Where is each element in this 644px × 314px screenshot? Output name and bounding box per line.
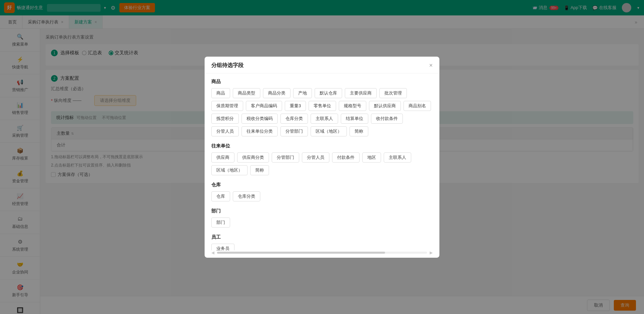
field-group-employee: 员工 业务员 — [211, 234, 433, 250]
modal: 分组待选字段 × 商品 商品商品类型商品分类产地默认仓库主要供应商批次管理保质期… — [205, 57, 439, 258]
field-tag[interactable]: 仓库 — [211, 191, 230, 201]
field-tag[interactable]: 税收分类编码 — [241, 114, 278, 124]
field-tag[interactable]: 零售单位 — [309, 101, 336, 111]
field-tag[interactable]: 主联系人 — [384, 152, 411, 163]
field-tags-warehouse: 仓库仓库分类 — [211, 191, 433, 201]
field-tags-employee: 业务员 — [211, 244, 433, 250]
field-tag[interactable]: 仓库分类 — [280, 114, 308, 124]
field-group-partner: 往来单位 供应商供应商分类分管部门分管人员付款条件地区主联系人区域（地区）简称 — [211, 143, 433, 175]
field-tag[interactable]: 重量3 — [285, 101, 306, 111]
field-tag[interactable]: 分管人员 — [302, 152, 329, 163]
modal-body: 商品 商品商品类型商品分类产地默认仓库主要供应商批次管理保质期管理客户商品编码重… — [205, 73, 439, 250]
field-tag[interactable]: 简称 — [350, 126, 368, 136]
modal-title: 分组待选字段 — [211, 62, 244, 69]
field-tag[interactable]: 商品类型 — [233, 88, 260, 98]
hscroll-thumb[interactable] — [217, 252, 385, 254]
field-tag[interactable]: 主要供应商 — [345, 88, 377, 98]
field-tags-partner: 供应商供应商分类分管部门分管人员付款条件地区主联系人区域（地区）简称 — [211, 152, 433, 175]
field-tag[interactable]: 收付款条件 — [371, 114, 403, 124]
field-tag[interactable]: 往来单位分类 — [241, 126, 278, 136]
modal-hscroll-area: ◀ ▶ — [205, 250, 439, 258]
field-group-product-title: 商品 — [211, 79, 433, 85]
field-tag[interactable]: 分管人员 — [211, 126, 239, 136]
modal-overlay: 分组待选字段 × 商品 商品商品类型商品分类产地默认仓库主要供应商批次管理保质期… — [0, 0, 644, 314]
field-tag[interactable]: 批次管理 — [379, 88, 407, 98]
field-group-partner-title: 往来单位 — [211, 143, 433, 149]
field-tag[interactable]: 结算单位 — [341, 114, 368, 124]
field-tag[interactable]: 默认仓库 — [315, 88, 342, 98]
field-tag[interactable]: 分管部门 — [280, 126, 308, 136]
hscroll-right-arrow[interactable]: ▶ — [430, 250, 433, 255]
field-tag[interactable]: 付款条件 — [332, 152, 360, 163]
hscroll-left-arrow[interactable]: ◀ — [211, 250, 214, 255]
field-tag[interactable]: 部门 — [211, 217, 230, 228]
field-tag[interactable]: 供应商 — [211, 152, 234, 163]
field-tag[interactable]: 仓库分类 — [233, 191, 260, 201]
field-tag[interactable]: 分管部门 — [272, 152, 299, 163]
field-tag[interactable]: 区域（地区） — [311, 126, 347, 136]
field-group-warehouse-title: 仓库 — [211, 182, 433, 188]
field-tag[interactable]: 拣货积分 — [211, 114, 239, 124]
field-tag[interactable]: 简称 — [250, 165, 269, 175]
field-group-employee-title: 员工 — [211, 234, 433, 240]
field-tag[interactable]: 主联系人 — [311, 114, 338, 124]
field-tag[interactable]: 商品 — [211, 88, 230, 98]
field-tag[interactable]: 保质期管理 — [211, 101, 243, 111]
modal-close-button[interactable]: × — [429, 62, 433, 69]
field-tag[interactable]: 产地 — [293, 88, 312, 98]
field-tag[interactable]: 商品别名 — [404, 101, 431, 111]
field-tag[interactable]: 区域（地区） — [211, 165, 248, 175]
field-tags-product: 商品商品类型商品分类产地默认仓库主要供应商批次管理保质期管理客户商品编码重量3零… — [211, 88, 433, 136]
field-tag[interactable]: 客户商品编码 — [246, 101, 282, 111]
field-group-department: 部门 部门 — [211, 208, 433, 228]
field-tag[interactable]: 供应商分类 — [237, 152, 269, 163]
field-tags-department: 部门 — [211, 217, 433, 228]
modal-header: 分组待选字段 × — [205, 57, 439, 73]
field-group-warehouse: 仓库 仓库仓库分类 — [211, 182, 433, 201]
field-tag[interactable]: 规格型号 — [339, 101, 366, 111]
field-tag[interactable]: 业务员 — [211, 244, 234, 250]
field-group-product: 商品 商品商品类型商品分类产地默认仓库主要供应商批次管理保质期管理客户商品编码重… — [211, 79, 433, 136]
field-tag[interactable]: 地区 — [362, 152, 381, 163]
hscroll-track — [217, 252, 427, 254]
field-tag[interactable]: 默认供应商 — [369, 101, 401, 111]
field-group-department-title: 部门 — [211, 208, 433, 214]
field-tag[interactable]: 商品分类 — [263, 88, 290, 98]
